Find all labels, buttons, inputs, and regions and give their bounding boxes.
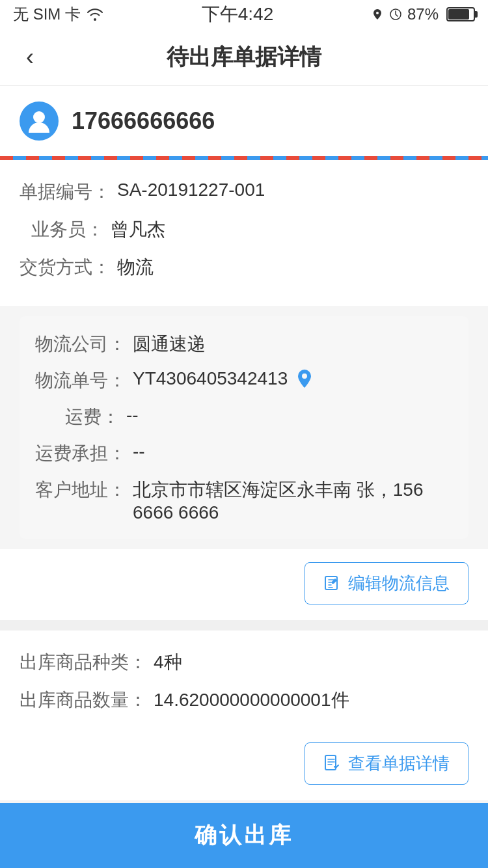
logistics-company-value: 圆通速递 bbox=[133, 332, 453, 357]
nav-bar: ‹ 待出库单据详情 bbox=[0, 29, 488, 86]
customer-phone: 17666666666 bbox=[72, 107, 215, 135]
delivery-method-row: 交货方式： 物流 bbox=[20, 255, 468, 280]
status-bar-time: 下午4:42 bbox=[202, 2, 274, 27]
delivery-method-value: 物流 bbox=[117, 255, 468, 280]
edit-logistics-area: 编辑物流信息 bbox=[0, 549, 488, 620]
view-detail-label: 查看单据详情 bbox=[348, 752, 450, 775]
freight-bearer-value: -- bbox=[133, 441, 453, 462]
order-number-label: 单据编号： bbox=[20, 180, 111, 204]
view-detail-button[interactable]: 查看单据详情 bbox=[305, 742, 468, 785]
status-bar: 无 SIM 卡 下午4:42 87% bbox=[0, 0, 488, 29]
order-number-row: 单据编号： SA-20191227-001 bbox=[20, 180, 468, 204]
logistics-company-row: 物流公司： 圆通速递 bbox=[35, 332, 453, 357]
goods-type-label: 出库商品种类： bbox=[20, 650, 147, 675]
back-button[interactable]: ‹ bbox=[20, 37, 40, 77]
goods-type-value: 4种 bbox=[154, 650, 182, 675]
address-row: 客户地址： 北京市市辖区海淀区永丰南 张，156 6666 6666 bbox=[35, 478, 453, 523]
tracking-number-text: YT4306405342413 bbox=[133, 368, 288, 389]
logistics-company-label: 物流公司： bbox=[35, 332, 126, 357]
svg-rect-3 bbox=[325, 755, 336, 770]
battery-label: 87% bbox=[407, 5, 439, 23]
avatar bbox=[20, 102, 59, 141]
goods-type-row: 出库商品种类： 4种 bbox=[20, 650, 468, 675]
confirm-button-area[interactable]: 确认出库 bbox=[0, 803, 488, 868]
logistics-card: 物流公司： 圆通速递 物流单号： YT4306405342413 运费： -- … bbox=[20, 316, 468, 539]
status-bar-right: 87% bbox=[371, 5, 475, 23]
goods-quantity-row: 出库商品数量： 14.620000000000001件 bbox=[20, 688, 468, 712]
tracking-number-label: 物流单号： bbox=[35, 368, 126, 393]
order-number-value: SA-20191227-001 bbox=[117, 180, 468, 200]
customer-header: 17666666666 bbox=[0, 86, 488, 156]
section-separator bbox=[0, 620, 488, 631]
map-pin-icon[interactable] bbox=[294, 368, 315, 389]
svg-point-1 bbox=[33, 111, 45, 123]
location-status-icon bbox=[371, 8, 384, 21]
order-info-section: 单据编号： SA-20191227-001 业务员： 曾凡杰 交货方式： 物流 bbox=[0, 160, 488, 306]
status-bar-left: 无 SIM 卡 bbox=[13, 4, 104, 25]
tracking-number-value: YT4306405342413 bbox=[133, 368, 453, 389]
freight-row: 运费： -- bbox=[35, 405, 453, 429]
edit-logistics-label: 编辑物流信息 bbox=[348, 572, 450, 595]
delivery-method-label: 交货方式： bbox=[20, 255, 111, 280]
goods-quantity-label: 出库商品数量： bbox=[20, 688, 147, 712]
clock-icon bbox=[389, 8, 402, 21]
goods-section: 出库商品种类： 4种 出库商品数量： 14.620000000000001件 bbox=[0, 631, 488, 732]
edit-icon bbox=[323, 575, 342, 593]
battery-icon bbox=[446, 7, 475, 21]
carrier-label: 无 SIM 卡 bbox=[13, 4, 81, 25]
address-value: 北京市市辖区海淀区永丰南 张，156 6666 6666 bbox=[133, 478, 453, 523]
salesman-label: 业务员： bbox=[20, 217, 104, 242]
person-icon bbox=[26, 108, 52, 134]
freight-label: 运费： bbox=[35, 405, 120, 429]
confirm-button-label: 确认出库 bbox=[195, 821, 293, 850]
freight-value: -- bbox=[126, 405, 453, 426]
goods-quantity-value: 14.620000000000001件 bbox=[154, 688, 349, 712]
document-icon bbox=[323, 755, 342, 773]
salesman-value: 曾凡杰 bbox=[111, 217, 468, 242]
wifi-icon bbox=[86, 8, 104, 21]
freight-bearer-row: 运费承担： -- bbox=[35, 441, 453, 466]
view-detail-area: 查看单据详情 bbox=[0, 732, 488, 800]
freight-bearer-label: 运费承担： bbox=[35, 441, 126, 466]
page-title: 待出库单据详情 bbox=[167, 42, 321, 72]
address-label: 客户地址： bbox=[35, 478, 126, 502]
salesman-row: 业务员： 曾凡杰 bbox=[20, 217, 468, 242]
edit-logistics-button[interactable]: 编辑物流信息 bbox=[305, 562, 468, 604]
tracking-number-row: 物流单号： YT4306405342413 bbox=[35, 368, 453, 393]
